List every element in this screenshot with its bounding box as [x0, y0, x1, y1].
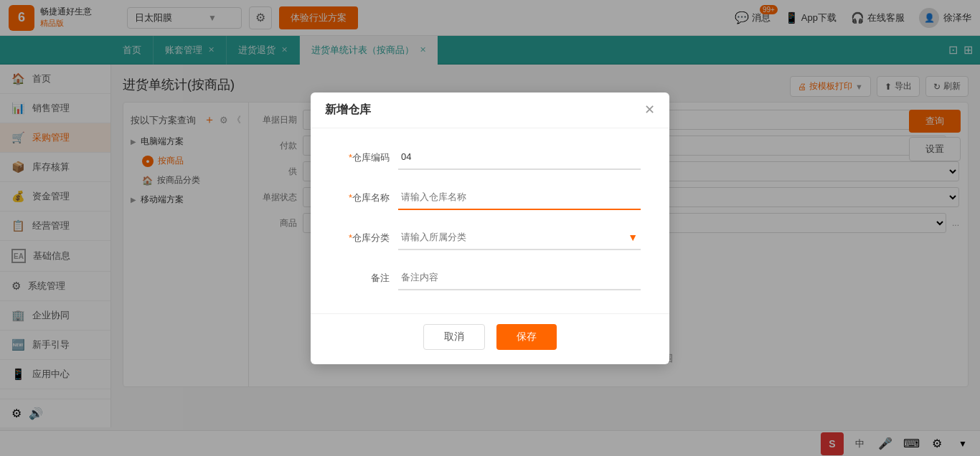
remark-label: 备注 [339, 272, 390, 285]
name-input[interactable] [398, 186, 641, 210]
cancel-button[interactable]: 取消 [423, 324, 485, 350]
dialog-header: 新增仓库 ✕ [311, 92, 669, 128]
save-button[interactable]: 保存 [496, 324, 557, 350]
category-select-row: ▼ [398, 226, 641, 250]
form-row-category: *仓库分类 ▼ [339, 226, 641, 250]
dialog-body: *仓库编码 *仓库名称 *仓库分类 ▼ [311, 128, 669, 313]
category-label: *仓库分类 [339, 232, 390, 244]
dialog-footer: 取消 保存 [311, 313, 669, 364]
code-label: *仓库编码 [339, 151, 390, 164]
form-row-remark: 备注 [339, 266, 641, 290]
dialog-title: 新增仓库 [325, 103, 371, 118]
category-input[interactable] [401, 232, 628, 242]
code-input[interactable] [398, 146, 641, 170]
dialog: 新增仓库 ✕ *仓库编码 *仓库名称 *仓库分类 [311, 92, 669, 364]
form-row-code: *仓库编码 [339, 146, 641, 170]
dialog-close-button[interactable]: ✕ [644, 103, 655, 116]
form-row-name: *仓库名称 [339, 186, 641, 210]
name-label: *仓库名称 [339, 191, 390, 204]
category-arrow-icon[interactable]: ▼ [628, 232, 638, 243]
overlay[interactable]: 新增仓库 ✕ *仓库编码 *仓库名称 *仓库分类 [0, 0, 980, 456]
remark-input[interactable] [398, 266, 641, 290]
